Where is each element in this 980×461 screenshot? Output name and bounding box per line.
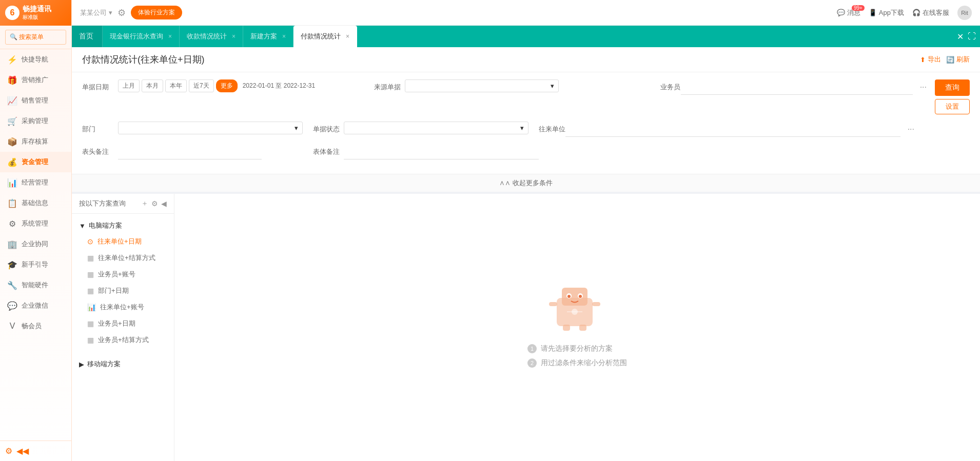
close-all-tabs-button[interactable]: ✕ bbox=[957, 32, 964, 42]
headset-icon: 🎧 bbox=[912, 9, 920, 16]
enterprise-icon: 🏢 bbox=[7, 239, 17, 249]
filter-body: 单据日期 上月 本月 本年 近7天 更多 2022-01-01 至 2022-1… bbox=[72, 72, 980, 174]
sidebar-item-hardware[interactable]: 🔧 智能硬件 bbox=[0, 275, 71, 295]
mobile-section-header[interactable]: ▶ 移动端方案 bbox=[72, 356, 174, 372]
sidebar-item-finance[interactable]: 💰 资金管理 bbox=[0, 152, 71, 172]
date-last-month[interactable]: 上月 bbox=[118, 79, 140, 92]
messages-button[interactable]: 💬 消息 99+ bbox=[837, 8, 860, 17]
svg-rect-6 bbox=[549, 302, 557, 306]
sidebar-item-quick-nav[interactable]: ⚡ 快捷导航 bbox=[0, 49, 71, 70]
wechat-icon: 💬 bbox=[7, 300, 17, 311]
refresh-icon: 🔄 bbox=[946, 56, 954, 64]
tab-cash-flow[interactable]: 现金银行流水查询 × bbox=[103, 26, 180, 47]
content-header-actions: ⬆ 导出 🔄 刷新 bbox=[920, 55, 970, 64]
collapse-bar[interactable]: ∧∧ 收起更多条件 bbox=[72, 174, 980, 192]
sidebar-item-basic-info[interactable]: 📋 基础信息 bbox=[0, 193, 71, 213]
sidebar-item-purchase[interactable]: 🛒 采购管理 bbox=[0, 111, 71, 131]
sidebar-search[interactable]: 🔍 搜索菜单 bbox=[0, 26, 71, 49]
svg-rect-7 bbox=[592, 302, 600, 306]
date-this-year[interactable]: 本年 bbox=[165, 79, 187, 92]
scheme-icon-2: ▦ bbox=[87, 270, 94, 278]
online-support-button[interactable]: 🎧 在线客服 bbox=[912, 8, 949, 17]
scheme-collapse-button[interactable]: ◀ bbox=[161, 199, 167, 208]
scheme-item-counterparty-settle[interactable]: ▦ 往来单位+结算方式 bbox=[72, 250, 174, 266]
source-field: ▾ bbox=[405, 79, 651, 92]
desktop-section-header[interactable]: ▼ 电脑端方案 bbox=[72, 218, 174, 233]
sidebar-item-system[interactable]: ⚙ 系统管理 bbox=[0, 213, 71, 234]
page-title: 付款情况统计(往来单位+日期) bbox=[82, 53, 205, 66]
tab-new-scheme[interactable]: 新建方案 × bbox=[243, 26, 293, 47]
tab-receipt-stats[interactable]: 收款情况统计 × bbox=[180, 26, 243, 47]
tab-payment-stats[interactable]: 付款情况统计 × bbox=[293, 26, 357, 47]
company-selector[interactable]: 某某公司 ▾ bbox=[80, 8, 112, 17]
export-button[interactable]: ⬆ 导出 bbox=[920, 55, 941, 64]
scheme-icon-6: ▦ bbox=[87, 336, 94, 344]
scheme-item-dept-date[interactable]: ▦ 部门+日期 bbox=[72, 283, 174, 299]
sidebar-item-marketing[interactable]: 🎁 营销推广 bbox=[0, 70, 71, 90]
source-select[interactable]: ▾ bbox=[405, 79, 559, 92]
scheme-item-counterparty-date[interactable]: ⊙ 往来单位+日期 bbox=[72, 233, 174, 250]
scheme-settings-button[interactable]: ⚙ bbox=[151, 199, 158, 208]
industry-btn[interactable]: 体验行业方案 bbox=[131, 6, 182, 19]
tab-home[interactable]: 首页 bbox=[72, 26, 103, 47]
scheme-icon-5: ▦ bbox=[87, 319, 94, 328]
sidebar-item-enterprise[interactable]: 🏢 企业协同 bbox=[0, 234, 71, 254]
sidebar-item-guide[interactable]: 🎓 新手引导 bbox=[0, 254, 71, 275]
filter-row-1: 单据日期 上月 本月 本年 近7天 更多 2022-01-01 至 2022-1… bbox=[82, 79, 970, 114]
sidebar-item-inventory[interactable]: 📦 库存核算 bbox=[0, 131, 71, 152]
system-icon: ⚙ bbox=[7, 218, 17, 229]
svg-rect-1 bbox=[562, 288, 587, 306]
scheme-panel-tools: ＋ ⚙ ◀ bbox=[141, 199, 167, 208]
scheme-item-salesman-account[interactable]: ▦ 业务员+账号 bbox=[72, 266, 174, 283]
date-more[interactable]: 更多 bbox=[216, 79, 238, 92]
app-download-button[interactable]: 📱 App下载 bbox=[869, 8, 904, 17]
sidebar-item-member[interactable]: V 畅会员 bbox=[0, 316, 71, 336]
marketing-icon: 🎁 bbox=[7, 75, 17, 85]
counterparty-more-icon[interactable]: ··· bbox=[908, 125, 914, 134]
logo-text: 畅捷通讯 标准版 bbox=[23, 5, 51, 21]
add-scheme-button[interactable]: ＋ bbox=[141, 199, 148, 208]
maximize-button[interactable]: ⛶ bbox=[968, 32, 976, 41]
counterparty-label: 往来单位 bbox=[528, 122, 565, 137]
close-payment-stats-icon[interactable]: × bbox=[346, 33, 349, 40]
counterparty-field: ··· bbox=[565, 122, 914, 137]
sidebar-item-operations[interactable]: 📊 经营管理 bbox=[0, 172, 71, 193]
sales-icon: 📈 bbox=[7, 95, 17, 106]
operations-icon: 📊 bbox=[7, 177, 17, 188]
scheme-item-salesman-settle[interactable]: ▦ 业务员+结算方式 bbox=[72, 332, 174, 348]
scheme-item-counterparty-account[interactable]: 📊 往来单位+账号 bbox=[72, 299, 174, 315]
status-select[interactable]: ▾ bbox=[344, 122, 528, 134]
query-button[interactable]: 查询 bbox=[935, 79, 970, 96]
phone-icon: 📱 bbox=[869, 9, 877, 16]
date-range: 2022-01-01 至 2022-12-31 bbox=[243, 82, 315, 90]
refresh-button[interactable]: 🔄 刷新 bbox=[946, 55, 970, 64]
salesman-more-icon[interactable]: ··· bbox=[920, 83, 927, 92]
user-avatar[interactable]: Rit bbox=[957, 6, 972, 20]
sidebar-collapse-button[interactable]: ◀◀ bbox=[16, 446, 29, 456]
settings-icon-button[interactable]: ⚙ bbox=[117, 7, 126, 18]
results-content: 1 请先选择要分析的方案 2 用过滤条件来缩小分析范围 bbox=[174, 194, 980, 461]
quick-nav-icon: ⚡ bbox=[7, 54, 17, 65]
search-menu-button[interactable]: 🔍 搜索菜单 bbox=[5, 30, 66, 45]
date-this-month[interactable]: 本月 bbox=[142, 79, 163, 92]
sidebar-item-wechat[interactable]: 💬 企业微信 bbox=[0, 295, 71, 316]
filter-panel: 单据日期 上月 本月 本年 近7天 更多 2022-01-01 至 2022-1… bbox=[72, 72, 980, 192]
guide-icon: 🎓 bbox=[7, 259, 17, 270]
sidebar-item-sales[interactable]: 📈 销售管理 bbox=[0, 90, 71, 111]
scheme-icon-1: ▦ bbox=[87, 254, 94, 262]
body-remark-label: 表体备注 bbox=[303, 144, 344, 159]
close-receipt-stats-icon[interactable]: × bbox=[232, 33, 236, 40]
svg-rect-8 bbox=[563, 325, 570, 331]
settings-button[interactable]: 设置 bbox=[935, 99, 970, 114]
sidebar-settings-button[interactable]: ⚙ bbox=[5, 446, 12, 456]
close-new-scheme-icon[interactable]: × bbox=[282, 33, 286, 40]
empty-tip-2: 2 用过滤条件来缩小分析范围 bbox=[527, 358, 627, 368]
scheme-item-salesman-date[interactable]: ▦ 业务员+日期 bbox=[72, 315, 174, 332]
date-last-7[interactable]: 近7天 bbox=[189, 79, 214, 92]
close-cash-flow-icon[interactable]: × bbox=[168, 33, 172, 40]
sidebar-footer: ⚙ ◀◀ bbox=[0, 440, 71, 461]
export-icon: ⬆ bbox=[920, 56, 926, 64]
svg-point-4 bbox=[567, 295, 571, 298]
sidebar-logo: 6 畅捷通讯 标准版 bbox=[0, 0, 71, 26]
dept-select[interactable]: ▾ bbox=[118, 122, 303, 134]
